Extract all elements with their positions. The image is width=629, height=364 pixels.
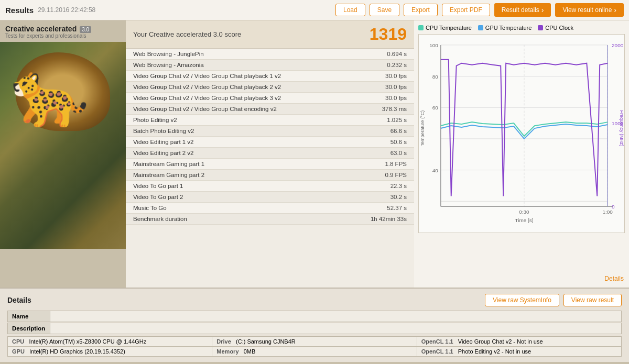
gpu-value: Intel(R) HD Graphics (20.19.15.4352) bbox=[29, 348, 125, 355]
table-row: Video Editing part 1 v250.6 s bbox=[126, 137, 414, 148]
opencl1-cell: OpenCL 1.1 Video Group Chat v2 - Not in … bbox=[417, 337, 621, 346]
export-button[interactable]: Export bbox=[404, 4, 438, 16]
main-content: Creative accelerated 3.0 Tests for exper… bbox=[0, 20, 629, 288]
table-row: Web Browsing - JunglePin0.694 s bbox=[126, 49, 414, 60]
table-row: Video Group Chat v2 / Video Group Chat p… bbox=[126, 93, 414, 104]
score-subtitle: Tests for experts and professionals bbox=[5, 33, 91, 39]
svg-text:80: 80 bbox=[432, 74, 439, 80]
load-button[interactable]: Load bbox=[335, 4, 365, 16]
benchmark-value: 30.0 fps bbox=[345, 82, 414, 93]
details-title: Details bbox=[7, 296, 31, 304]
details-buttons: View raw SystemInfo View raw result bbox=[485, 294, 622, 306]
benchmark-value: 30.0 fps bbox=[345, 71, 414, 82]
view-raw-result-button[interactable]: View raw result bbox=[563, 294, 622, 306]
benchmark-value: 30.2 s bbox=[345, 192, 414, 203]
center-panel: Your Creative accelerated 3.0 score 1319… bbox=[126, 20, 414, 288]
opencl2-cell: OpenCL 1.1 Photo Editing v2 - Not in use bbox=[417, 347, 621, 356]
memory-cell: Memory 0MB bbox=[212, 347, 416, 356]
legend-item: CPU Clock bbox=[538, 25, 573, 31]
benchmark-value: 1.8 FPS bbox=[345, 159, 414, 170]
leopard-image bbox=[0, 42, 126, 249]
table-row: Mainstream Gaming part 20.9 FPS bbox=[126, 170, 414, 181]
drive-value: (C:) Samsung CJNB4R bbox=[236, 338, 296, 345]
description-label: Description bbox=[8, 323, 50, 334]
table-row: Video Group Chat v2 / Video Group Chat p… bbox=[126, 82, 414, 93]
header-bar: Results 29.11.2016 22:42:58 Load Save Ex… bbox=[0, 0, 629, 20]
benchmark-value: 30.0 fps bbox=[345, 93, 414, 104]
table-row: Video To Go part 122.3 s bbox=[126, 181, 414, 192]
description-value[interactable] bbox=[50, 323, 621, 334]
benchmark-name: Video To Go part 1 bbox=[126, 181, 345, 192]
legend-color bbox=[478, 25, 483, 30]
system-grid: CPU Intel(R) Atom(TM) x5-Z8300 CPU @ 1.4… bbox=[7, 336, 622, 357]
results-title: Results bbox=[5, 6, 34, 15]
benchmark-name: Video Group Chat v2 / Video Group Chat e… bbox=[126, 104, 345, 115]
chart-details-button[interactable]: Details bbox=[604, 275, 624, 282]
legend-label: CPU Clock bbox=[545, 25, 573, 31]
desc-grid: Description bbox=[7, 323, 622, 334]
drive-cell: Drive (C:) Samsung CJNB4R bbox=[212, 337, 416, 346]
benchmark-value: 50.6 s bbox=[345, 137, 414, 148]
svg-text:Temperature (°C): Temperature (°C) bbox=[420, 111, 425, 147]
score-version: 3.0 bbox=[80, 26, 91, 33]
svg-text:Frequency (MHz): Frequency (MHz) bbox=[619, 111, 624, 147]
chevron-right-icon: › bbox=[614, 6, 616, 14]
name-value[interactable] bbox=[50, 311, 621, 322]
benchmark-value: 0.694 s bbox=[345, 49, 414, 60]
benchmark-name: Music To Go bbox=[126, 203, 345, 214]
svg-text:1:00: 1:00 bbox=[602, 209, 613, 215]
svg-text:2000: 2000 bbox=[612, 42, 624, 48]
benchmark-value: 63.0 s bbox=[345, 148, 414, 159]
view-raw-systeminfo-button[interactable]: View raw SystemInfo bbox=[485, 294, 559, 306]
chart-area: 100 80 60 40 2000 1000 0 0:30 1:00 Time … bbox=[418, 34, 625, 233]
your-score-label: Your Creative accelerated 3.0 score bbox=[133, 30, 241, 38]
results-date: 29.11.2016 22:42:58 bbox=[38, 6, 95, 14]
svg-text:40: 40 bbox=[432, 168, 439, 173]
save-button[interactable]: Save bbox=[370, 4, 399, 16]
benchmark-name: Web Browsing - JunglePin bbox=[126, 49, 345, 60]
memory-value: 0MB bbox=[244, 348, 256, 355]
benchmark-name: Video Group Chat v2 / Video Group Chat p… bbox=[126, 71, 345, 82]
view-result-online-button[interactable]: View result online › bbox=[555, 3, 624, 17]
benchmark-table: Web Browsing - JunglePin0.694 sWeb Brows… bbox=[126, 49, 414, 225]
score-title: Creative accelerated bbox=[5, 25, 77, 33]
svg-text:60: 60 bbox=[432, 105, 439, 111]
benchmark-value: 378.3 ms bbox=[345, 104, 414, 115]
legend-color bbox=[538, 25, 543, 30]
benchmark-name: Video Editing part 2 v2 bbox=[126, 148, 345, 159]
gpu-label: GPU bbox=[12, 348, 25, 355]
table-row: Benchmark duration1h 42min 33s bbox=[126, 214, 414, 225]
benchmark-value: 22.3 s bbox=[345, 181, 414, 192]
opencl1-label: OpenCL 1.1 bbox=[421, 338, 453, 345]
svg-text:100: 100 bbox=[429, 42, 438, 48]
benchmark-name: Benchmark duration bbox=[126, 214, 345, 225]
benchmark-value: 52.37 s bbox=[345, 203, 414, 214]
table-row: Music To Go52.37 s bbox=[126, 203, 414, 214]
your-score-bar: Your Creative accelerated 3.0 score 1319 bbox=[126, 20, 414, 49]
right-panel: CPU TemperatureGPU TemperatureCPU Clock … bbox=[414, 20, 629, 288]
benchmark-name: Photo Editing v2 bbox=[126, 115, 345, 126]
chart-legend: CPU TemperatureGPU TemperatureCPU Clock bbox=[418, 25, 625, 31]
benchmark-name: Video To Go part 2 bbox=[126, 192, 345, 203]
export-pdf-button[interactable]: Export PDF bbox=[442, 4, 490, 16]
cpu-value: Intel(R) Atom(TM) x5-Z8300 CPU @ 1.44GHz bbox=[29, 338, 146, 345]
legend-color bbox=[418, 25, 424, 30]
table-row: Video To Go part 230.2 s bbox=[126, 192, 414, 203]
table-row: Video Group Chat v2 / Video Group Chat p… bbox=[126, 71, 414, 82]
result-details-button[interactable]: Result details › bbox=[494, 3, 551, 17]
chevron-right-icon: › bbox=[541, 6, 544, 14]
score-header: Creative accelerated 3.0 Tests for exper… bbox=[0, 20, 126, 42]
left-panel: Creative accelerated 3.0 Tests for exper… bbox=[0, 20, 126, 288]
opencl2-label: OpenCL 1.1 bbox=[421, 348, 453, 355]
benchmark-name: Video Group Chat v2 / Video Group Chat p… bbox=[126, 93, 345, 104]
benchmark-name: Video Group Chat v2 / Video Group Chat p… bbox=[126, 82, 345, 93]
table-row: Video Group Chat v2 / Video Group Chat e… bbox=[126, 104, 414, 115]
benchmark-name: Batch Photo Editing v2 bbox=[126, 126, 345, 137]
table-row: Web Browsing - Amazonia0.232 s bbox=[126, 60, 414, 71]
table-row: Mainstream Gaming part 11.8 FPS bbox=[126, 159, 414, 170]
gpu-cell: GPU Intel(R) HD Graphics (20.19.15.4352) bbox=[8, 347, 212, 356]
table-row: Video Editing part 2 v263.0 s bbox=[126, 148, 414, 159]
benchmark-value: 66.6 s bbox=[345, 126, 414, 137]
legend-item: CPU Temperature bbox=[418, 25, 472, 31]
legend-label: CPU Temperature bbox=[426, 25, 472, 31]
